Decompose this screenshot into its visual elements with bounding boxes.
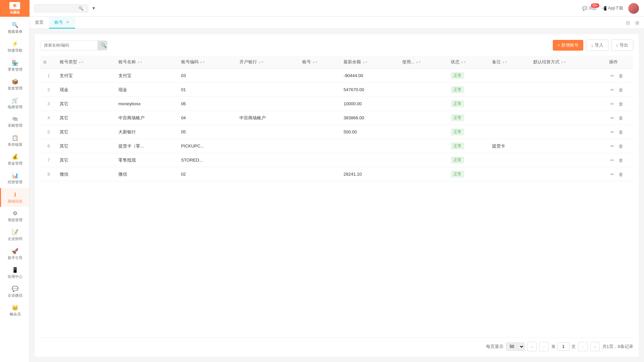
delete-button[interactable]: 🗑 [617, 171, 625, 178]
edit-button[interactable]: ✏ [609, 86, 616, 93]
cell-account [300, 167, 341, 181]
topbar-avatar[interactable] [628, 3, 639, 14]
cell-account [300, 153, 341, 167]
delete-button[interactable]: 🗑 [617, 115, 625, 121]
edit-button[interactable]: ✏ [609, 171, 616, 178]
sidebar-item-corp-wechat[interactable]: 💬 企业微信 [0, 282, 29, 301]
delete-button[interactable]: 🗑 [617, 86, 625, 93]
sidebar-item-system-mgmt[interactable]: ⚙ 系统管理 [0, 207, 29, 226]
cell-num: 3 [40, 97, 57, 111]
export-button[interactable]: ↑ 导出 [611, 40, 634, 51]
table-row: 8 微信 微信 02 28241.10 正常 ✏ 🗑 [40, 167, 633, 181]
sidebar-item-ops-mgmt[interactable]: 📊 经营管理 [0, 169, 29, 188]
sidebar-item-app-center[interactable]: 📱 应用中心 [0, 263, 29, 282]
sidebar-item-search-menu[interactable]: 🔍 搜索菜单 [0, 18, 29, 37]
topbar-app-download[interactable]: 📲 App下载 [602, 5, 623, 11]
pagination-next-button[interactable]: › [578, 342, 588, 351]
cell-account [300, 139, 341, 153]
sort-status-icon[interactable]: ▲▼ [461, 61, 466, 64]
col-type-label: 账号类型 [60, 59, 77, 64]
cell-use [399, 111, 448, 125]
cell-balance: 547670.00 [341, 83, 399, 97]
cell-type: 微信 [57, 167, 116, 181]
cell-code: STORED... [178, 153, 237, 167]
col-settings[interactable]: ⚙ [40, 56, 57, 69]
sort-use-icon[interactable]: ▲▼ [416, 61, 421, 64]
cell-type: 现金 [57, 83, 116, 97]
delete-button[interactable]: 🗑 [617, 143, 625, 149]
sort-name-icon[interactable]: ▲▼ [137, 61, 143, 64]
sort-code-icon[interactable]: ▲▼ [200, 61, 205, 64]
sidebar-label-member: 畅会员 [10, 312, 21, 316]
topbar-search-input[interactable] [38, 6, 78, 11]
import-button[interactable]: ↓ 导入 [586, 40, 608, 51]
pagination-prev-button[interactable]: ‹ [539, 342, 549, 351]
sidebar-item-batch-mgmt[interactable]: 📦 批发管理 [0, 75, 29, 94]
tab-account[interactable]: 账号 ✕ [49, 17, 75, 28]
delete-button[interactable]: 🗑 [617, 101, 625, 107]
sidebar-label-corp-wechat: 企业微信 [8, 293, 22, 298]
topbar-search[interactable]: 🔍 [35, 4, 88, 12]
delete-button[interactable]: 🗑 [617, 129, 625, 135]
delete-button[interactable]: 🗑 [617, 157, 625, 164]
cell-bank [237, 83, 300, 97]
sort-account-icon[interactable]: ▲▼ [312, 61, 318, 64]
sidebar-label-ecommerce-mgmt: 电商管理 [8, 105, 22, 109]
topbar-message[interactable]: 💬 消息 99+ [582, 5, 597, 11]
topbar-dropdown[interactable]: ▼ [92, 6, 96, 11]
sidebar-label-basic-info: 基础信息 [8, 199, 22, 203]
search-input[interactable] [41, 41, 98, 50]
cell-payment [531, 139, 607, 153]
sort-bank-icon[interactable]: ▲▼ [258, 61, 264, 64]
sidebar-item-quick-nav[interactable]: ⚡ 快捷导航 [0, 37, 29, 56]
col-settings-icon[interactable]: ⚙ [43, 60, 47, 65]
topbar-left: 🔍 ▼ [35, 4, 96, 12]
table-row: 1 支付宝 支付宝 03 -90444.00 正常 ✏ 🗑 [40, 69, 633, 83]
edit-button[interactable]: ✏ [609, 143, 616, 149]
sidebar-item-new-guide[interactable]: 🚀 新手引导 [0, 245, 29, 263]
sidebar-item-basic-info[interactable]: ℹ 基础信息 [0, 188, 29, 207]
cell-num: 1 [40, 69, 57, 83]
search-box[interactable]: 🔍 [40, 41, 107, 50]
page-number-input[interactable] [557, 343, 570, 351]
search-button[interactable]: 🔍 [98, 41, 107, 50]
sidebar-item-corp-agreement[interactable]: 📝 企业协同 [0, 226, 29, 244]
col-payment-label: 默认结算方式 [533, 59, 559, 64]
pagination-last-button[interactable]: » [590, 342, 600, 351]
ecommerce-mgmt-icon: 🛒 [12, 97, 18, 104]
page-size-select[interactable]: 50 10 20 100 [506, 343, 525, 351]
cell-account [300, 97, 341, 111]
cell-action: ✏ 🗑 [606, 167, 633, 181]
content-area: 🔍 + 新增账号 ↓ 导入 ↑ 导出 [30, 29, 644, 362]
sidebar-label-app-center: 应用中心 [8, 274, 22, 279]
pagination-first-button[interactable]: « [527, 342, 537, 351]
edit-button[interactable]: ✏ [609, 101, 616, 107]
edit-button[interactable]: ✏ [609, 129, 616, 135]
sort-type-icon[interactable]: ▲▼ [78, 61, 84, 64]
sidebar-item-member[interactable]: 👑 畅会员 [0, 301, 29, 320]
retail-mgmt-icon: 🏪 [12, 60, 18, 66]
sort-note-icon[interactable]: ▲▼ [502, 61, 507, 64]
sort-balance-icon[interactable]: ▲▼ [362, 61, 368, 64]
sidebar-item-inventory-check[interactable]: 📋 库存核算 [0, 131, 29, 150]
cell-action: ✏ 🗑 [606, 83, 633, 97]
content-card: 🔍 + 新增账号 ↓ 导入 ↑ 导出 [35, 34, 639, 357]
tab-minimize-icon[interactable]: ⊟ [625, 19, 631, 27]
sort-payment-icon[interactable]: ▲▼ [561, 61, 566, 64]
sidebar-item-purchase-mgmt[interactable]: 🛍 采购管理 [0, 113, 29, 131]
delete-button[interactable]: 🗑 [617, 72, 625, 79]
add-account-button[interactable]: + 新增账号 [553, 40, 583, 51]
sidebar-item-retail-mgmt[interactable]: 🏪 零售管理 [0, 56, 29, 75]
status-badge: 正常 [451, 171, 464, 178]
tab-home[interactable]: 首页 [30, 17, 49, 28]
tab-account-close[interactable]: ✕ [65, 20, 70, 25]
edit-button[interactable]: ✏ [609, 157, 616, 164]
sidebar-item-ecommerce-mgmt[interactable]: 🛒 电商管理 [0, 94, 29, 113]
table-row: 3 其它 moneybosx 06 10000.00 正常 ✏ 🗑 [40, 97, 633, 111]
edit-button[interactable]: ✏ [609, 115, 616, 121]
cell-balance: 383866.00 [341, 111, 399, 125]
sidebar-item-capital-mgmt[interactable]: 💰 资金管理 [0, 150, 29, 169]
tab-expand-icon[interactable]: ⊞ [634, 19, 641, 27]
edit-button[interactable]: ✏ [609, 72, 616, 79]
cell-num: 5 [40, 125, 57, 139]
